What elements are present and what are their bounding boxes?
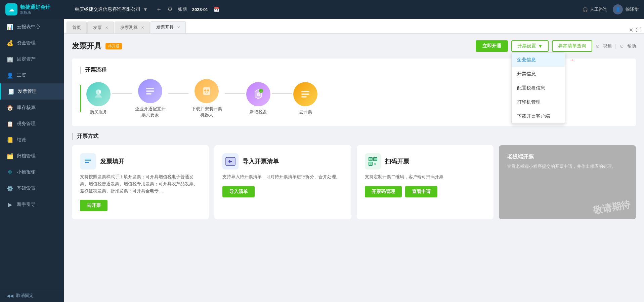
- flow-connector-1: [112, 93, 132, 94]
- boss-invoice-desc: 查看老板端小程序提交的开票申请，并作出相应的处理。: [507, 163, 628, 170]
- tax-mgmt-icon: 📋: [7, 120, 13, 127]
- svg-rect-25: [370, 158, 372, 160]
- flow-step-label-download-robot: 下载并安装开票机器人: [190, 106, 223, 118]
- sidebar-item-invoice-mgmt[interactable]: 🧾 发票管理: [0, 83, 64, 100]
- scan-invoice-title: 扫码开票: [385, 157, 409, 165]
- dropdown-label-tax-config: 配置税盘信息: [517, 85, 545, 90]
- avatar: 👤: [613, 4, 623, 14]
- sidebar-label-report-sales: 小畅报销: [17, 169, 36, 175]
- boss-watermark: 敬请期待: [592, 198, 632, 217]
- svg-rect-14: [301, 93, 309, 95]
- tab-home[interactable]: 首页: [67, 22, 87, 33]
- import-invoice-desc: 支持导入待开票清单，可对待开票清单进行拆分、合并处理。: [222, 174, 343, 181]
- settings-dropdown-container: 开票设置 ▼ 企业信息 → 开票信息: [511, 40, 549, 52]
- sidebar-label-tax-mgmt: 税务管理: [17, 121, 36, 127]
- calendar-icon[interactable]: 📅: [214, 7, 219, 12]
- scan-view-button[interactable]: 查看申请: [405, 186, 437, 197]
- flow-step-label-go-invoice: 去开票: [299, 109, 312, 115]
- svg-rect-6: [203, 87, 210, 95]
- dropdown-label-printer-mgmt: 打印机管理: [517, 99, 541, 105]
- headset-icon: 🎧: [583, 7, 588, 12]
- manual-invoice-button[interactable]: 去开票: [80, 200, 108, 211]
- logo-area: ☁ 畅捷通好会计 旗舰版: [5, 3, 69, 15]
- period-value: 2023-01: [192, 7, 208, 12]
- svg-point-7: [204, 89, 206, 91]
- basic-settings-icon: ⚙️: [7, 185, 13, 192]
- flow-step-config-enterprise: 企业开通配置开票六要素: [133, 79, 167, 118]
- tab-invoice-close[interactable]: ✕: [105, 26, 108, 30]
- payroll-icon: 👤: [7, 72, 13, 79]
- sidebar-item-payroll[interactable]: 👤 工资: [0, 67, 64, 83]
- tab-home-label: 首页: [72, 25, 81, 31]
- sidebar-item-tax-mgmt[interactable]: 📋 税务管理: [0, 116, 64, 132]
- sidebar-item-inventory[interactable]: 🏠 库存核算: [0, 100, 64, 116]
- import-invoice-title: 导入开票清单: [243, 157, 279, 165]
- help-button[interactable]: 帮助: [627, 43, 636, 49]
- activate-button[interactable]: 立即开通: [476, 40, 508, 52]
- svg-rect-3: [146, 88, 154, 89]
- dropdown-item-download-client[interactable]: 下载开票客户端: [512, 109, 565, 123]
- import-invoice-icon: [222, 153, 239, 169]
- dropdown-item-tax-config[interactable]: 配置税盘信息: [512, 81, 565, 95]
- tab-expand-icon[interactable]: ⛶: [636, 27, 641, 33]
- sidebar-item-fund-mgmt[interactable]: 💰 资金管理: [0, 35, 64, 51]
- svg-rect-4: [146, 90, 154, 92]
- video-button[interactable]: 视频: [603, 43, 612, 49]
- app-version: 旗舰版: [20, 10, 50, 15]
- sidebar-item-new-guide[interactable]: ▶ 新手引导: [0, 196, 64, 213]
- consult-button[interactable]: 🎧 人工咨询: [583, 6, 607, 12]
- sidebar-item-settlement[interactable]: 📒 结账: [0, 132, 64, 148]
- settings-button[interactable]: 开票设置 ▼: [511, 40, 549, 52]
- chevron-down-icon: ▼: [143, 7, 148, 12]
- settings-dropdown-menu: 企业信息 → 开票信息 配置税盘信息 打印机管理: [511, 52, 565, 124]
- flow-connector-2: [168, 93, 188, 94]
- tab-invoice-issue-close[interactable]: ✕: [177, 25, 180, 30]
- cancel-fixed-button[interactable]: ◀◀ 取消固定: [7, 293, 57, 299]
- tab-invoice-test-label: 发票测算: [120, 25, 138, 31]
- svg-rect-17: [85, 159, 91, 159]
- dropdown-item-company-info[interactable]: 企业信息 →: [512, 53, 565, 67]
- app-title: 畅捷通好会计: [20, 4, 50, 10]
- dropdown-label-invoice-info: 开票信息: [517, 71, 536, 76]
- svg-rect-15: [301, 96, 307, 98]
- dropdown-item-invoice-info[interactable]: 开票信息: [512, 67, 565, 81]
- sidebar-item-cloud-report[interactable]: 📊 云报表中心: [0, 19, 64, 35]
- tab-bar: 首页 发票 ✕ 发票测算 ✕ 发票开具 ✕ ✕ ⛶: [64, 19, 644, 34]
- sidebar-item-report-sales[interactable]: © 小畅报销: [0, 164, 64, 180]
- svg-text:+: +: [97, 90, 99, 94]
- settings-button-label: 开票设置: [517, 43, 536, 49]
- status-badge: 待开通: [105, 43, 122, 49]
- scan-qrcode-button[interactable]: 开票码管理: [365, 186, 402, 197]
- flow-step-icon-buy-service: +: [86, 82, 111, 106]
- sidebar-label-invoice-mgmt: 发票管理: [18, 88, 37, 95]
- import-invoice-button[interactable]: 导入清单: [222, 186, 255, 197]
- sidebar-item-fixed-assets[interactable]: 🏢 固定资产: [0, 51, 64, 67]
- dropdown-item-printer-mgmt[interactable]: 打印机管理: [512, 95, 565, 109]
- tab-invoice-issue[interactable]: 发票开具 ✕: [151, 21, 186, 33]
- tab-close-all-icon[interactable]: ✕: [629, 27, 633, 33]
- user-area[interactable]: 👤 徐泽华: [613, 4, 639, 14]
- sidebar: 📊 云报表中心 💰 资金管理 🏢 固定资产 👤 工资 🧾 发票管理: [0, 19, 64, 302]
- flow-step-label-buy-service: 购买服务: [90, 109, 107, 115]
- sidebar-label-cloud-report: 云报表中心: [17, 24, 40, 30]
- sidebar-label-archive: 归档管理: [17, 153, 36, 159]
- sidebar-label-new-guide: 新手引导: [17, 201, 36, 207]
- sidebar-item-basic-settings[interactable]: ⚙️ 基础设置: [0, 180, 64, 196]
- exception-button[interactable]: 异常清单查询: [552, 40, 592, 52]
- tab-invoice[interactable]: 发票 ✕: [87, 22, 114, 33]
- method-card-scan-header: 扫码开票: [365, 153, 486, 169]
- tab-invoice-test-close[interactable]: ✕: [141, 26, 144, 30]
- company-selector[interactable]: 重庆畅捷交通信息咨询有限公司 ▼: [75, 6, 148, 12]
- flow-step-add-taxdisk: 税+ 新增税盘: [246, 82, 270, 115]
- svg-rect-27: [370, 163, 372, 165]
- settings-icon[interactable]: ⚙: [167, 6, 173, 13]
- flow-step-go-invoice: 去开票: [293, 82, 317, 115]
- sidebar-item-archive[interactable]: 🗂️ 归档管理: [0, 148, 64, 164]
- add-button[interactable]: ＋: [156, 5, 162, 13]
- svg-rect-13: [301, 91, 309, 92]
- dropdown-label-company-info: 企业信息: [517, 57, 536, 62]
- svg-rect-18: [85, 160, 91, 161]
- tab-invoice-test[interactable]: 发票测算 ✕: [115, 22, 150, 33]
- page-content: 发票开具 待开通 立即开通 开票设置 ▼ 企业信息: [64, 34, 644, 302]
- content-area: 首页 发票 ✕ 发票测算 ✕ 发票开具 ✕ ✕ ⛶: [64, 19, 644, 302]
